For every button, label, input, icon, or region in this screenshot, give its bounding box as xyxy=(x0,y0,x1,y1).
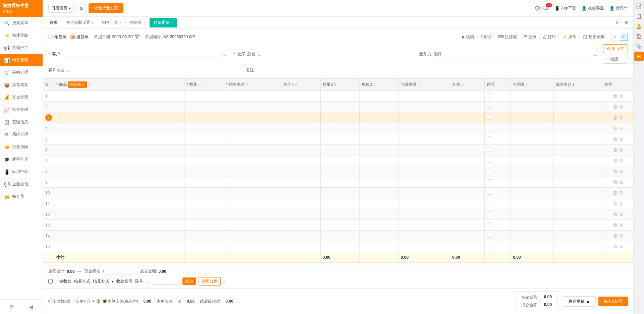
delete-icon-9[interactable]: 🗑 xyxy=(613,179,618,185)
amount-cell-2[interactable] xyxy=(450,102,484,112)
qty-cell-2[interactable] xyxy=(184,102,224,112)
tab-close-3[interactable]: × xyxy=(143,21,145,24)
app-download-btn[interactable]: 📱 App下载 xyxy=(555,5,576,11)
copy-icon-3[interactable]: ⧉ xyxy=(620,115,623,121)
unit2-cell-4[interactable] xyxy=(360,123,399,134)
sidebar-item-6[interactable]: 💰资金管理 xyxy=(0,91,43,104)
pkg-cell-12[interactable] xyxy=(398,209,450,220)
copy-icon-6[interactable]: ⧉ xyxy=(620,147,623,153)
qty-cell-7[interactable] xyxy=(184,155,224,166)
unit2-cell-9[interactable] xyxy=(360,177,399,188)
copy-icon-10[interactable]: ⧉ xyxy=(620,190,623,196)
unit-cell-3[interactable] xyxy=(224,112,281,123)
user-btn[interactable]: 👤 徐泽华 xyxy=(609,5,628,11)
unit2-cell-14[interactable] xyxy=(360,231,399,241)
goods-cell-2[interactable] xyxy=(54,102,184,112)
tab-1[interactable]: 售价提取设置× xyxy=(62,18,98,27)
tab-close-all[interactable]: ✕ xyxy=(613,19,621,27)
price-cell-12[interactable] xyxy=(281,209,320,220)
delete-icon-4[interactable]: 🗑 xyxy=(613,126,618,131)
unit-cell-5[interactable] xyxy=(224,134,281,145)
salesperson-input[interactable] xyxy=(433,50,591,58)
goods-cell-12[interactable] xyxy=(54,209,184,220)
remark-input[interactable] xyxy=(256,66,628,74)
avail-cell-1[interactable] xyxy=(511,91,554,102)
qty2-cell-4[interactable] xyxy=(320,123,360,134)
goods-cell-3[interactable] xyxy=(54,112,184,123)
copy-icon-12[interactable]: ⧉ xyxy=(620,211,623,217)
copy-icon-11[interactable]: ⧉ xyxy=(620,201,623,206)
unit-cell-4[interactable] xyxy=(224,123,281,134)
cost-cell-12[interactable] xyxy=(554,209,602,220)
cost-cell-3[interactable] xyxy=(554,112,602,123)
cost-cell-8[interactable] xyxy=(554,166,602,177)
amount-cell-1[interactable] xyxy=(450,91,484,102)
copy-icon-15[interactable]: ⧉ xyxy=(620,244,623,249)
sort-icon-qty[interactable]: ⇅ xyxy=(198,83,201,86)
amount-cell-12[interactable] xyxy=(450,209,484,220)
unit-cell-9[interactable] xyxy=(224,177,281,188)
amount-cell-9[interactable] xyxy=(450,177,484,188)
pkg-cell-9[interactable] xyxy=(398,177,450,188)
qty2-cell-13[interactable] xyxy=(320,220,360,231)
tab-4[interactable]: 销货退货× xyxy=(150,18,177,27)
avail-cell-10[interactable] xyxy=(511,188,554,198)
unit-cell-13[interactable] xyxy=(224,220,281,231)
operate-btn[interactable]: ⚡ 操作 xyxy=(562,34,576,40)
pkg-cell-3[interactable] xyxy=(398,112,450,123)
setting-btn[interactable]: ⚙ ⚙ 设置 xyxy=(603,44,628,53)
unit2-cell-12[interactable] xyxy=(360,209,399,220)
gift-checkbox-8[interactable] xyxy=(487,169,491,173)
delete-icon-15[interactable]: 🗑 xyxy=(613,244,618,249)
avail-cell-2[interactable] xyxy=(511,102,554,112)
price-cell-13[interactable] xyxy=(281,220,320,231)
sidebar-item-14[interactable]: 👑畅会员 xyxy=(0,190,43,203)
qty-cell-9[interactable] xyxy=(184,177,224,188)
qty-cell-4[interactable] xyxy=(184,123,224,134)
delete-icon-11[interactable]: 🗑 xyxy=(613,201,618,206)
tab-2[interactable]: 销售订单× xyxy=(98,18,126,27)
cost-cell-15[interactable] xyxy=(554,241,602,252)
qty2-cell-12[interactable] xyxy=(320,209,360,220)
pkg-cell-10[interactable] xyxy=(398,188,450,198)
pkg-cell-13[interactable] xyxy=(398,220,450,231)
unit-cell-7[interactable] xyxy=(224,155,281,166)
delete-icon-6[interactable]: 🗑 xyxy=(613,147,618,153)
qty2-cell-9[interactable] xyxy=(320,177,360,188)
unit-cell-1[interactable] xyxy=(224,91,281,102)
amount-cell-6[interactable] xyxy=(450,145,484,155)
warehouse-ellipsis[interactable]: ... xyxy=(257,51,262,57)
price-cell-8[interactable] xyxy=(281,166,320,177)
shortcut-btn[interactable]: ⌨ 快捷键 xyxy=(498,34,517,40)
experience-btn[interactable]: 体验行业方案 xyxy=(89,3,123,13)
gift-checkbox-10[interactable] xyxy=(487,190,491,195)
qty-cell-1[interactable] xyxy=(184,91,224,102)
amount-cell-11[interactable] xyxy=(450,198,484,209)
sort-icon-goods[interactable]: ⇅ xyxy=(88,83,91,86)
amount-cell-3[interactable] xyxy=(450,112,484,123)
gift-checkbox-14[interactable] xyxy=(487,233,491,238)
pkg-cell-8[interactable] xyxy=(398,166,450,177)
grid-view-btn[interactable]: ⊞ xyxy=(620,33,628,41)
cost-cell-13[interactable] xyxy=(554,220,602,231)
tab-menu[interactable]: ⊞ xyxy=(623,19,631,27)
help-btn[interactable]: ? 帮助 xyxy=(481,34,492,40)
salesperson-ellipsis[interactable]: ... xyxy=(593,51,597,57)
qty2-cell-10[interactable] xyxy=(320,188,360,198)
footer-ellipsis[interactable]: ... xyxy=(146,278,150,285)
cost-cell-2[interactable] xyxy=(554,102,602,112)
unit-cell-11[interactable] xyxy=(224,198,281,209)
avail-cell-15[interactable] xyxy=(511,241,554,252)
qty2-cell-1[interactable] xyxy=(320,91,360,102)
price-cell-11[interactable] xyxy=(281,198,320,209)
settings-gear-btn[interactable]: ⚙ xyxy=(76,4,86,13)
right-icon-home[interactable]: 🏠 xyxy=(634,32,644,41)
pkg-cell-1[interactable] xyxy=(398,91,450,102)
goods-cell-9[interactable] xyxy=(54,177,184,188)
tab-close-2[interactable]: × xyxy=(119,21,121,24)
copy-icon-8[interactable]: ⧉ xyxy=(620,169,623,174)
avail-cell-9[interactable] xyxy=(511,177,554,188)
qty2-cell-7[interactable] xyxy=(320,155,360,166)
sort-icon-avail[interactable]: ⇅ xyxy=(526,83,529,86)
copy-icon-4[interactable]: ⧉ xyxy=(620,126,623,131)
